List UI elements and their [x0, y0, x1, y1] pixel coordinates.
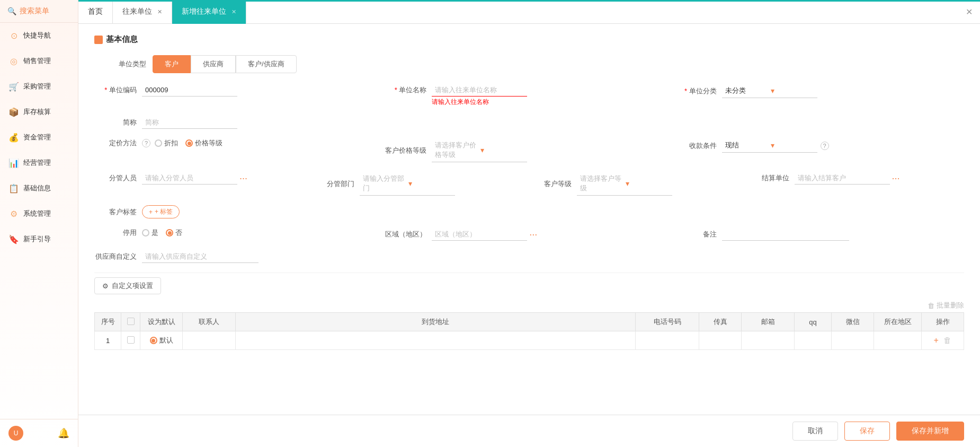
custom-settings-button[interactable]: ⚙ 自定义项设置 [94, 277, 161, 294]
sidebar-item-system[interactable]: ⚙ 系统管理 [0, 201, 78, 226]
pricing-discount-radio[interactable]: 折扣 [155, 138, 178, 148]
sidebar-item-operations[interactable]: 📊 经营管理 [0, 150, 78, 176]
row-default-radio[interactable]: 默认 [146, 336, 177, 345]
unit-name-input[interactable] [432, 84, 527, 97]
th-phone: 电话号码 [636, 313, 699, 331]
row-area[interactable] [874, 331, 922, 350]
content-area: 基本信息 单位类型 客户 供应商 客户/供应商 单位编码 单位名称 请输入往来单… [78, 24, 980, 415]
batch-delete-icon: 🗑 [928, 302, 934, 310]
tab-new-partner-label: 新增往来单位 [182, 7, 226, 16]
finance-icon: 💰 [8, 132, 19, 143]
manager-input[interactable] [142, 172, 237, 185]
dept-select[interactable]: 请输入分管部门 ▾ [360, 172, 455, 196]
row-delete-btn[interactable]: 🗑 [943, 336, 951, 345]
row-qq-input[interactable] [800, 337, 826, 345]
pricing-field: 定价方法 ? 折扣 价格等级 [94, 138, 384, 148]
disabled-no-label: 否 [175, 228, 182, 238]
unit-type-both-btn[interactable]: 客户/供应商 [236, 55, 297, 73]
unit-category-select[interactable]: 未分类 ▾ [722, 84, 817, 98]
tab-new-partner-close[interactable]: ✕ [231, 8, 236, 15]
row-weixin-input[interactable] [837, 337, 868, 345]
dept-field: 分管部门 请输入分管部门 ▾ [312, 172, 530, 196]
disabled-no-radio[interactable]: 否 [166, 228, 182, 238]
tab-new-partner[interactable]: 新增往来单位 ✕ [172, 0, 246, 24]
pricing-level-radio[interactable]: 价格等级 [185, 138, 222, 148]
row-fax[interactable] [699, 331, 742, 350]
row-addr-input[interactable] [241, 337, 630, 345]
unit-code-input[interactable] [142, 84, 237, 97]
region-more-btn[interactable]: ··· [527, 229, 539, 240]
level-radio-circle [185, 139, 193, 147]
sidebar-item-label: 销售管理 [23, 56, 51, 66]
sidebar-item-quick-nav[interactable]: ⊙ 快捷导航 [0, 23, 78, 48]
sidebar-item-basic[interactable]: 📋 基础信息 [0, 176, 78, 201]
row-contact[interactable] [183, 331, 236, 350]
row-qq[interactable] [795, 331, 832, 350]
tab-home[interactable]: 首页 [78, 0, 113, 24]
save-button[interactable]: 保存 [844, 422, 890, 441]
row-phone[interactable] [636, 331, 699, 350]
customer-level-select[interactable]: 请选择客户等级 ▾ [577, 172, 672, 196]
row-weixin[interactable] [832, 331, 874, 350]
avatar: U [8, 426, 23, 441]
add-tag-button[interactable]: + + 标签 [142, 205, 180, 218]
sidebar-bottom: U 🔔 [0, 419, 78, 447]
th-fax: 传真 [699, 313, 742, 331]
region-input[interactable] [432, 228, 527, 241]
settlement-unit-more-btn[interactable]: ··· [890, 173, 902, 184]
row-checkbox[interactable] [127, 336, 135, 344]
disabled-field: 停用 是 否 [94, 228, 384, 238]
batch-delete-label[interactable]: 批量删除 [937, 301, 964, 310]
sidebar-item-label: 基础信息 [23, 183, 51, 193]
sidebar-item-label: 快捷导航 [23, 31, 51, 40]
remarks-input[interactable] [722, 228, 849, 241]
payment-terms-help-icon[interactable]: ? [821, 142, 829, 150]
row-email-input[interactable] [747, 337, 789, 345]
unit-type-supplier-btn[interactable]: 供应商 [191, 55, 236, 73]
sidebar-item-sales[interactable]: ◎ 销售管理 [0, 48, 78, 74]
region-label: 区域（地区） [384, 230, 432, 239]
tab-home-label: 首页 [88, 7, 103, 16]
unit-category-label: 单位分类 [674, 86, 722, 96]
row-add-btn[interactable]: + [934, 336, 939, 345]
sidebar-search[interactable]: 🔍 搜索菜单 [0, 0, 78, 23]
cancel-button[interactable]: 取消 [792, 422, 838, 441]
tab-partners-close[interactable]: ✕ [157, 8, 162, 15]
unit-code-label: 单位编码 [94, 85, 142, 95]
th-action: 操作 [922, 313, 964, 331]
row-default-circle [150, 337, 157, 344]
manager-more-btn[interactable]: ··· [237, 173, 250, 184]
unit-name-error: 请输入往来单位名称 [432, 98, 489, 107]
select-all-checkbox[interactable] [127, 318, 135, 325]
sidebar-item-inventory[interactable]: 📦 库存核算 [0, 99, 78, 125]
th-check [121, 313, 140, 331]
tag-label: + 标签 [155, 207, 173, 216]
pricing-help-icon[interactable]: ? [142, 139, 150, 147]
row-area-input[interactable] [879, 337, 916, 345]
settlement-unit-input[interactable] [795, 172, 890, 185]
section-header: 基本信息 [94, 34, 964, 45]
sidebar-item-purchase[interactable]: 🛒 采购管理 [0, 74, 78, 99]
row-phone-input[interactable] [641, 337, 693, 345]
row-contact-input[interactable] [188, 337, 230, 345]
disabled-yes-radio[interactable]: 是 [142, 228, 158, 238]
custom-settings-label: 自定义项设置 [112, 281, 153, 291]
sidebar-item-finance[interactable]: 💰 资金管理 [0, 125, 78, 150]
th-contact: 联系人 [183, 313, 236, 331]
sidebar-item-label: 库存核算 [23, 107, 51, 117]
row-fax-input[interactable] [705, 337, 736, 345]
payment-terms-select[interactable]: 现结 ▾ [722, 138, 817, 153]
save-new-button[interactable]: 保存并新增 [896, 422, 964, 441]
supplier-custom-input[interactable] [142, 250, 259, 263]
sidebar-item-guide[interactable]: 🔖 新手引导 [0, 226, 78, 252]
tab-partners[interactable]: 往来单位 ✕ [113, 0, 172, 24]
disabled-no-circle [166, 229, 173, 236]
unit-code-field: 单位编码 [94, 84, 384, 97]
close-all-tabs-button[interactable]: ✕ [966, 7, 973, 17]
row-addr[interactable] [236, 331, 636, 350]
row-email[interactable] [742, 331, 795, 350]
customer-price-level-select[interactable]: 请选择客户价格等级 ▾ [432, 138, 527, 162]
unit-type-customer-btn[interactable]: 客户 [153, 55, 191, 73]
sidebar-item-label: 经营管理 [23, 158, 51, 168]
short-name-input[interactable] [142, 116, 237, 129]
